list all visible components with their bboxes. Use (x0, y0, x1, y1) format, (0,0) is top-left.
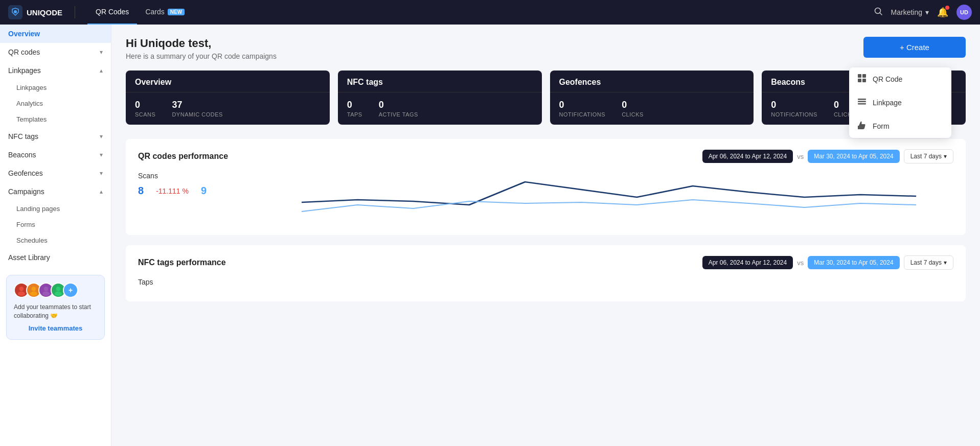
qr-codes-label: QR codes (8, 48, 40, 56)
app-logo[interactable]: UNIQODE (8, 5, 62, 19)
logo-text: UNIQODE (27, 8, 62, 17)
sidebar-item-asset-library[interactable]: Asset Library (0, 248, 111, 267)
svg-point-10 (56, 287, 61, 291)
compare-date-range-button[interactable]: Mar 30, 2024 to Apr 05, 2024 (808, 150, 899, 163)
sidebar-item-campaigns[interactable]: Campaigns ▴ (0, 182, 111, 201)
search-icon[interactable] (874, 7, 883, 18)
sidebar-item-qr-codes[interactable]: QR codes ▾ (0, 43, 111, 61)
create-linkpage-label: Linkpage (873, 99, 902, 107)
taps-label: Taps (138, 278, 953, 286)
thumb-icon (857, 121, 867, 132)
create-dropdown: QR Code Linkpage Form (849, 67, 951, 138)
grid-icon (857, 74, 867, 85)
svg-point-8 (44, 287, 49, 291)
team-collaboration-box: + Add your teammates to start collaborat… (6, 275, 105, 340)
svg-point-9 (42, 292, 50, 296)
overview-label: Overview (8, 30, 40, 38)
sidebar: Overview QR codes ▾ Linkpages ▴ Linkpage… (0, 25, 111, 446)
stat-geo-clicks: 0 CLICKS (622, 100, 644, 118)
nfc-performance-section: NFC tags performance Apr 06, 2024 to Apr… (126, 245, 966, 301)
nfc-compare-date-button[interactable]: Mar 30, 2024 to Apr 05, 2024 (808, 256, 899, 269)
svg-rect-16 (858, 99, 866, 100)
subheading-text: Here is a summary of your QR code campai… (126, 52, 966, 60)
nfc-range-picker[interactable]: Last 7 days ▾ (904, 255, 953, 270)
svg-rect-14 (858, 79, 861, 82)
svg-point-4 (19, 287, 24, 291)
nfc-current-date-button[interactable]: Apr 06, 2024 to Apr 12, 2024 (702, 256, 793, 269)
svg-point-1 (14, 10, 17, 13)
sidebar-sub-landing-pages[interactable]: Landing pages (0, 201, 111, 217)
svg-point-6 (32, 287, 36, 291)
nav-tabs: QR Codes Cards NEW (87, 0, 193, 25)
create-linkpage-option[interactable]: Linkpage (849, 91, 951, 114)
svg-rect-12 (858, 74, 861, 78)
nav-divider (75, 6, 75, 18)
create-qr-label: QR Code (873, 75, 902, 83)
chevron-icon: ▾ (100, 49, 103, 56)
current-date-range-button[interactable]: Apr 06, 2024 to Apr 12, 2024 (702, 150, 793, 163)
sidebar-sub-schedules[interactable]: Schedules (0, 232, 111, 248)
create-button[interactable]: + Create (863, 37, 966, 58)
nfc-tags-label: NFC tags (8, 132, 38, 140)
stat-card-geofences: Geofences 0 NOTIFICATIONS 0 CLICKS (550, 71, 754, 125)
stat-title-geofences: Geofences (559, 78, 745, 87)
stat-active-tags: 0 ACTIVE TAGS (379, 100, 418, 118)
workspace-selector[interactable]: Marketing ▾ (891, 8, 929, 16)
list-icon (857, 97, 867, 108)
create-form-option[interactable]: Form (849, 114, 951, 138)
team-text: Add your teammates to start collaboratin… (14, 303, 97, 320)
qr-performance-chart (302, 172, 953, 223)
invite-teammates-link[interactable]: Invite teammates (14, 324, 97, 332)
nfc-vs-text: vs (797, 259, 804, 267)
stats-row: Overview 0 SCANS 37 DYNAMIC CODES NFC ta… (126, 71, 966, 125)
stat-taps: 0 TAPS (347, 100, 362, 118)
sidebar-item-overview[interactable]: Overview (0, 25, 111, 43)
create-form-label: Form (873, 122, 890, 130)
svg-point-5 (18, 292, 25, 296)
sidebar-item-beacons[interactable]: Beacons ▾ (0, 146, 111, 164)
greeting-text: Hi Uniqode test, (126, 37, 966, 50)
beacons-label: Beacons (8, 151, 36, 159)
create-area: + Create QR Code Linkpage (863, 37, 966, 58)
tab-qr-codes[interactable]: QR Codes (87, 0, 137, 25)
chevron-icon-beacons: ▾ (100, 151, 103, 158)
svg-point-11 (55, 292, 62, 296)
qr-perf-controls: Apr 06, 2024 to Apr 12, 2024 vs Mar 30, … (702, 149, 953, 163)
sidebar-sub-analytics[interactable]: Analytics (0, 96, 111, 111)
sidebar-sub-forms[interactable]: Forms (0, 217, 111, 232)
sidebar-sub-linkpages[interactable]: Linkpages (0, 80, 111, 96)
new-badge: NEW (168, 9, 185, 15)
sidebar-item-nfc-tags[interactable]: NFC tags ▾ (0, 127, 111, 146)
scans-change-percent: -11.111 % (156, 187, 189, 195)
main-content: Hi Uniqode test, Here is a summary of yo… (111, 25, 980, 446)
svg-point-7 (30, 292, 37, 296)
svg-rect-13 (862, 74, 866, 78)
stat-scans: 0 SCANS (135, 100, 155, 118)
campaigns-label: Campaigns (8, 187, 44, 196)
sidebar-item-linkpages[interactable]: Linkpages ▴ (0, 61, 111, 80)
svg-rect-15 (862, 79, 866, 82)
chevron-down-icon: ▾ (925, 8, 929, 16)
topnav-right: Marketing ▾ 🔔 UD (874, 5, 972, 20)
add-teammate-button[interactable]: + (63, 283, 78, 298)
main-layout: Overview QR codes ▾ Linkpages ▴ Linkpage… (0, 25, 980, 446)
current-scans-value: 8 (138, 185, 144, 197)
date-range-picker[interactable]: Last 7 days ▾ (904, 149, 953, 163)
user-avatar[interactable]: UD (956, 5, 972, 20)
qr-perf-title: QR codes performance (138, 152, 228, 161)
chevron-up-icon-campaigns: ▴ (100, 188, 103, 195)
svg-rect-19 (858, 126, 859, 129)
stat-geo-notifications: 0 NOTIFICATIONS (559, 100, 606, 118)
linkpages-label: Linkpages (8, 66, 41, 75)
scans-label: Scans (138, 172, 291, 180)
asset-library-label: Asset Library (8, 253, 50, 262)
sidebar-item-geofences[interactable]: Geofences ▾ (0, 164, 111, 182)
nfc-perf-controls: Apr 06, 2024 to Apr 12, 2024 vs Mar 30, … (702, 255, 953, 270)
tab-cards[interactable]: Cards NEW (137, 0, 193, 25)
stat-card-nfc: NFC tags 0 TAPS 0 ACTIVE TAGS (338, 71, 542, 125)
svg-rect-18 (858, 103, 866, 105)
svg-rect-17 (858, 101, 866, 103)
create-qr-code-option[interactable]: QR Code (849, 67, 951, 91)
notifications-button[interactable]: 🔔 (937, 7, 948, 18)
sidebar-sub-templates[interactable]: Templates (0, 111, 111, 127)
